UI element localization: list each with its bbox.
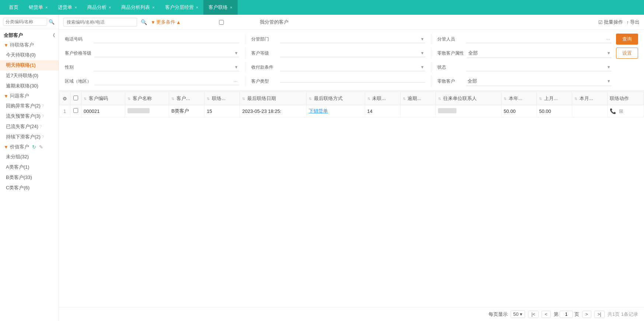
- my-customers-checkbox[interactable]: [185, 20, 258, 25]
- retail-customer-select[interactable]: 全部: [466, 77, 612, 86]
- search-input[interactable]: [63, 18, 137, 27]
- setting-button[interactable]: 设置: [616, 48, 638, 59]
- sidebar-item-tomorrow[interactable]: 明天待联络(1): [0, 60, 59, 70]
- th-overdue[interactable]: ⇅ 逾期...: [400, 92, 435, 105]
- close-sales-tab[interactable]: ×: [45, 5, 48, 10]
- nav-product-analysis[interactable]: 商品分析 ×: [82, 0, 116, 15]
- th-last-month[interactable]: ⇅ 上月...: [537, 92, 572, 105]
- sidebar-item-today[interactable]: 今天待联络(0): [0, 50, 59, 60]
- th-name[interactable]: ⇅ 客户名称: [125, 92, 169, 105]
- phone-input[interactable]: [94, 35, 239, 43]
- customer-level-select[interactable]: [280, 49, 426, 57]
- price-level-label: 客户价格等级: [65, 50, 91, 56]
- help-icon-warning[interactable]: ?: [42, 114, 44, 118]
- total-records: 共1页 1条记录: [608, 311, 638, 318]
- close-product-list-tab[interactable]: ×: [152, 5, 154, 10]
- page-number-input[interactable]: [560, 311, 573, 318]
- sidebar-item-declining[interactable]: 持续下滑客户(2) ?: [0, 132, 59, 142]
- next-page-button[interactable]: >: [582, 311, 591, 318]
- manager-select[interactable]: [466, 35, 612, 43]
- table-footer: 每页显示 50 ▾ |< < 第 页 > >| 共1页 1条记录: [59, 307, 644, 321]
- my-customers-checkbox-label[interactable]: 我分管的客户: [185, 19, 288, 25]
- first-page-button[interactable]: |<: [528, 311, 538, 318]
- retail-attr-select[interactable]: 全部: [467, 49, 612, 58]
- sidebar-item-type-c[interactable]: C类客户(6): [0, 183, 59, 193]
- select-all-checkbox[interactable]: [73, 96, 78, 100]
- sidebar-item-ungrouped[interactable]: 未分组(32): [0, 152, 59, 162]
- th-settings[interactable]: ⚙: [59, 92, 70, 105]
- sidebar-item-type-a[interactable]: A类客户(1): [0, 162, 59, 172]
- th-type[interactable]: ⇅ 客户...: [169, 92, 204, 105]
- nav-purchase[interactable]: 进货单 ×: [53, 0, 82, 15]
- payment-chevron: [420, 64, 424, 70]
- filter-divider-3: [245, 48, 245, 59]
- page-info: 第 页: [554, 311, 579, 318]
- close-customer-contact-tab[interactable]: ×: [230, 5, 232, 10]
- payment-label: 收付款条件: [251, 64, 277, 70]
- nav-sales[interactable]: 销货单 ×: [24, 0, 53, 15]
- more-conditions-button[interactable]: ▼ 更多条件 ▲: [151, 19, 181, 25]
- cell-code: 000021: [81, 105, 125, 117]
- price-level-select[interactable]: [94, 49, 239, 57]
- nav-customer-contact[interactable]: 客户联络 ×: [203, 0, 237, 15]
- help-icon-lost[interactable]: ?: [39, 124, 42, 129]
- sidebar-item-week[interactable]: 近7天待联络(0): [0, 70, 59, 81]
- sidebar-item-warning[interactable]: 流失预警客户(3) ?: [0, 111, 59, 121]
- sidebar-search-icon[interactable]: 🔍: [49, 19, 55, 25]
- batch-op-button[interactable]: ☑ 批量操作: [598, 19, 623, 25]
- dept-select[interactable]: [280, 35, 426, 43]
- table-header-row: ⚙ ⇅ 客户编码 ⇅ 客户名称 ⇅ 客户...: [59, 92, 644, 105]
- payment-select[interactable]: [280, 63, 426, 71]
- phone-action-icon[interactable]: 📞: [610, 108, 616, 114]
- cell-checkbox[interactable]: [70, 105, 81, 117]
- cell-last-method[interactable]: 下销货单: [307, 105, 365, 117]
- help-icon-abnormal[interactable]: ?: [42, 104, 44, 108]
- th-checkbox[interactable]: [70, 92, 81, 105]
- row-checkbox[interactable]: [73, 108, 78, 113]
- th-not-contacted[interactable]: ⇅ 未联...: [365, 92, 400, 105]
- export-button[interactable]: ↑ 导出: [627, 19, 640, 25]
- last-page-button[interactable]: >|: [594, 311, 605, 318]
- th-contact[interactable]: ⇅ 联络...: [204, 92, 240, 105]
- th-past-contacts[interactable]: ⇅ 往来单位联系人: [435, 92, 501, 105]
- sidebar-item-abnormal[interactable]: 回购异常客户(2) ?: [0, 101, 59, 111]
- th-sort-icon-nc: ⇅: [367, 97, 370, 101]
- th-last-method[interactable]: ⇅ 最后联络方式: [307, 92, 365, 105]
- filter-rows-wrapper: 电话号码 分管部门 分管人员: [65, 34, 638, 87]
- per-page-select[interactable]: 50 ▾: [511, 310, 525, 318]
- search-bar: 🔍 ▼ 更多条件 ▲ 我分管的客户 ☑ 批量操作 ↑ 导出: [59, 15, 644, 30]
- th-sort-icon-name: ⇅: [127, 97, 130, 101]
- customer-type-label: 客户类型: [251, 78, 277, 84]
- filter-row-3: 性别 收付款条件: [65, 62, 612, 73]
- th-this-month[interactable]: ⇅ 本月...: [572, 92, 608, 105]
- nav-home[interactable]: 首页: [4, 0, 24, 15]
- help-icon-declining[interactable]: ?: [42, 135, 44, 139]
- sidebar-search-input[interactable]: [3, 18, 47, 26]
- sidebar-item-type-b[interactable]: B类客户(33): [0, 172, 59, 183]
- close-customer-tier-tab[interactable]: ×: [196, 5, 198, 10]
- gender-field: 性别: [65, 63, 239, 71]
- prev-page-button[interactable]: <: [542, 311, 551, 318]
- query-button[interactable]: 查询: [616, 34, 638, 45]
- close-product-analysis-tab[interactable]: ×: [109, 5, 111, 10]
- sidebar-item-lost[interactable]: 已流失客户(24) ?: [0, 121, 59, 132]
- edit-value-icon[interactable]: ✎: [39, 144, 43, 150]
- th-last-date[interactable]: ⇅ 最后联络日期: [240, 92, 307, 105]
- th-this-year[interactable]: ⇅ 本年...: [501, 92, 537, 105]
- cell-this-month: [572, 105, 608, 117]
- collapse-icon[interactable]: 《: [50, 32, 55, 39]
- nav-customer-tier[interactable]: 客户分层经营 ×: [160, 0, 203, 15]
- refresh-value-icon[interactable]: ↻: [32, 144, 36, 150]
- sidebar-item-overdue[interactable]: 逾期未联络(30): [0, 81, 59, 91]
- customer-type-select[interactable]: [280, 80, 426, 83]
- gender-select[interactable]: [94, 63, 239, 71]
- th-sort-icon-year: ⇅: [504, 97, 507, 101]
- nav-product-analysis-list[interactable]: 商品分析列表 ×: [116, 0, 160, 15]
- close-purchase-tab[interactable]: ×: [74, 5, 77, 10]
- status-select[interactable]: [466, 63, 612, 71]
- th-code[interactable]: ⇅ 客户编码: [81, 92, 125, 105]
- area-select[interactable]: [94, 77, 239, 85]
- grid-action-icon[interactable]: ⊞: [619, 108, 623, 114]
- value-customers-label: ▼ 价值客户 ↻ ✎: [0, 142, 59, 152]
- search-button[interactable]: 🔍: [141, 19, 147, 25]
